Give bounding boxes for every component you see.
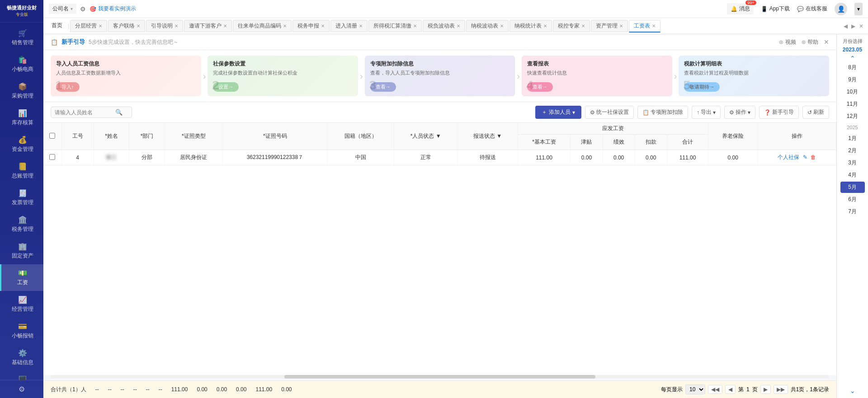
sidebar-item-资金管理[interactable]: 💰 资金管理 <box>0 131 43 158</box>
sidebar-item-经营管理[interactable]: 📈 经营管理 <box>0 291 43 318</box>
settings-icon[interactable]: ⚙ <box>19 385 25 393</box>
tab-scroll-right-icon[interactable]: ▶ <box>850 22 856 30</box>
edit-btn[interactable]: ✎ <box>803 154 807 160</box>
online-service-button[interactable]: 💬 在线客服 <box>797 5 827 13</box>
tab-邀请下游客户[interactable]: 邀请下游客户 ✕ <box>184 20 232 32</box>
tab-往来单位商品编码[interactable]: 往来单位商品编码 ✕ <box>233 20 292 32</box>
tab-close-icon[interactable]: ✕ <box>223 23 227 28</box>
month-item-9月[interactable]: 9月 <box>840 74 865 85</box>
row-checkbox[interactable] <box>43 150 61 165</box>
sidebar-item-总账管理[interactable]: 📒 总账管理 <box>0 158 43 184</box>
tab-close-icon[interactable]: ✕ <box>137 23 140 28</box>
app-download-button[interactable]: 📱 App下载 <box>761 5 790 13</box>
scroll-thumb[interactable] <box>284 375 596 379</box>
tab-税务申报[interactable]: 税务申报 ✕ <box>292 20 330 32</box>
sidebar-item-库存核算[interactable]: 📊 库存核算 <box>0 104 43 131</box>
month-item-8月[interactable]: 8月 <box>840 62 865 73</box>
tab-close-icon[interactable]: ✕ <box>359 23 363 28</box>
special-deduction-button[interactable]: 📋 专项附加扣除 <box>637 106 688 119</box>
month-prev-button[interactable]: ⌃ <box>850 55 855 62</box>
prev-page-button[interactable]: ◀ <box>725 385 736 394</box>
month-item-2月[interactable]: 2月 <box>840 145 865 156</box>
refresh-button[interactable]: ↺ 刷新 <box>802 106 829 119</box>
tab-label: 所得税汇算清缴 <box>373 22 411 30</box>
tab-close-icon[interactable]: ✕ <box>652 23 656 28</box>
tab-home[interactable]: 首页 <box>47 20 67 32</box>
tab-close-icon[interactable]: ✕ <box>500 23 504 28</box>
sidebar-item-基础信息[interactable]: ⚙️ 基础信息 <box>0 344 43 371</box>
tab-工资表[interactable]: 工资表 ✕ <box>629 20 660 33</box>
horizontal-scrollbar[interactable] <box>51 375 829 379</box>
header-checkbox <box>43 123 61 150</box>
sidebar-item-工资[interactable]: 💵 工资 <box>0 264 43 291</box>
tab-close-icon[interactable]: ✕ <box>619 23 623 28</box>
tab-close-icon[interactable]: ✕ <box>543 23 547 28</box>
settings-icon[interactable]: ⚙ <box>80 5 86 13</box>
sidebar-label: 税务管理 <box>12 225 33 233</box>
month-item-6月[interactable]: 6月 <box>840 194 865 205</box>
individual-insurance-btn[interactable]: 个人社保 <box>778 154 799 160</box>
guide-help-link[interactable]: ⊙ 帮助 <box>802 38 818 46</box>
month-item-1月[interactable]: 1月 <box>840 133 865 144</box>
sidebar-item-小畅电商[interactable]: 🛍️ 小畅电商 <box>0 51 43 78</box>
search-icon[interactable]: 🔍 <box>115 109 123 116</box>
tab-纳税统计表[interactable]: 纳税统计表 ✕ <box>509 20 552 32</box>
tab-close-icon[interactable]: ✕ <box>321 23 325 28</box>
tab-客户联络[interactable]: 客户联络 ✕ <box>108 20 145 32</box>
search-input[interactable] <box>55 109 113 116</box>
select-all-checkbox[interactable] <box>49 133 55 139</box>
month-item-4月[interactable]: 4月 <box>840 169 865 181</box>
social-insurance-button[interactable]: ⚙ 统一社保设置 <box>585 106 634 119</box>
tab-进入清册[interactable]: 进入清册 ✕ <box>330 20 368 32</box>
month-next-button[interactable]: ⌄ <box>850 387 855 394</box>
month-item-12月[interactable]: 12月 <box>840 111 865 122</box>
month-item-11月[interactable]: 11月 <box>840 98 865 110</box>
month-item-7月[interactable]: 7月 <box>840 206 865 217</box>
add-person-button[interactable]: ＋ 添加人员 ▾ <box>535 106 581 119</box>
tab-close-icon[interactable]: ✕ <box>175 23 178 28</box>
tab-close-all-icon[interactable]: ✕ <box>858 22 864 30</box>
tab-scroll-left-icon[interactable]: ◀ <box>843 22 849 30</box>
demo-link[interactable]: 🎯 我要看实例演示 <box>90 5 136 13</box>
company-selector[interactable]: 公司名 ▾ <box>49 4 76 14</box>
tab-纳税波动表[interactable]: 纳税波动表 ✕ <box>466 20 509 32</box>
guide-close-button[interactable]: ✕ <box>824 38 829 46</box>
page-size-select[interactable]: 10 20 50 <box>685 384 705 394</box>
sidebar-item-系统管理[interactable]: 🖥️ 系统管理 <box>0 371 43 380</box>
delete-btn[interactable]: 🗑 <box>811 154 816 160</box>
tab-税控专家[interactable]: 税控专家 ✕ <box>553 20 590 32</box>
tab-close-icon[interactable]: ✕ <box>581 23 585 28</box>
next-page-button[interactable]: ▶ <box>760 385 771 394</box>
month-item-active-5[interactable]: 5月 <box>840 182 865 193</box>
month-item-10月[interactable]: 10月 <box>840 86 865 98</box>
notification-button[interactable]: 🔔 消息 99+ <box>727 3 754 14</box>
step-title-3: 查看报表 <box>527 60 667 68</box>
tab-close-icon[interactable]: ✕ <box>283 23 287 28</box>
sidebar-item-固定资产[interactable]: 🏢 固定资产 <box>0 238 43 264</box>
tab-税负波动表[interactable]: 税负波动表 ✕ <box>423 20 465 32</box>
tab-引导说明[interactable]: 引导说明 ✕ <box>146 20 183 32</box>
tab-close-icon[interactable]: ✕ <box>99 23 102 28</box>
download-icon: 📱 <box>761 6 768 12</box>
sidebar-item-税务管理[interactable]: 🏛️ 税务管理 <box>0 211 43 238</box>
sidebar-item-采购管理[interactable]: 📦 采购管理 <box>0 78 43 104</box>
sidebar-item-发票管理[interactable]: 🧾 发票管理 <box>0 184 43 211</box>
guide-button[interactable]: ❓ 新手引导 <box>759 106 799 119</box>
tab-分层经营[interactable]: 分层经营 ✕ <box>70 20 107 32</box>
guide-video-link[interactable]: ⊙ 视频 <box>779 38 796 46</box>
demo-icon: 🎯 <box>90 6 96 12</box>
tab-资产管理[interactable]: 资产管理 ✕ <box>591 20 628 32</box>
sidebar-item-销售管理[interactable]: 🛒 销售管理 <box>0 24 43 51</box>
last-page-button[interactable]: ▶▶ <box>774 385 788 394</box>
first-page-button[interactable]: ◀◀ <box>708 385 722 394</box>
month-item-3月[interactable]: 3月 <box>840 157 865 169</box>
user-menu[interactable]: ▾ <box>854 3 863 15</box>
user-avatar[interactable]: 👤 <box>835 3 847 15</box>
tab-close-icon[interactable]: ✕ <box>457 23 460 28</box>
export-button[interactable]: ↑ 导出 ▾ <box>692 106 721 119</box>
sidebar-item-小畅报销[interactable]: 💳 小畅报销 <box>0 318 43 344</box>
row-check[interactable] <box>49 154 55 160</box>
tab-所得税汇算清缴[interactable]: 所得税汇算清缴 ✕ <box>368 20 422 32</box>
operations-button[interactable]: ⚙ 操作 ▾ <box>724 106 755 119</box>
tab-close-icon[interactable]: ✕ <box>413 23 417 28</box>
